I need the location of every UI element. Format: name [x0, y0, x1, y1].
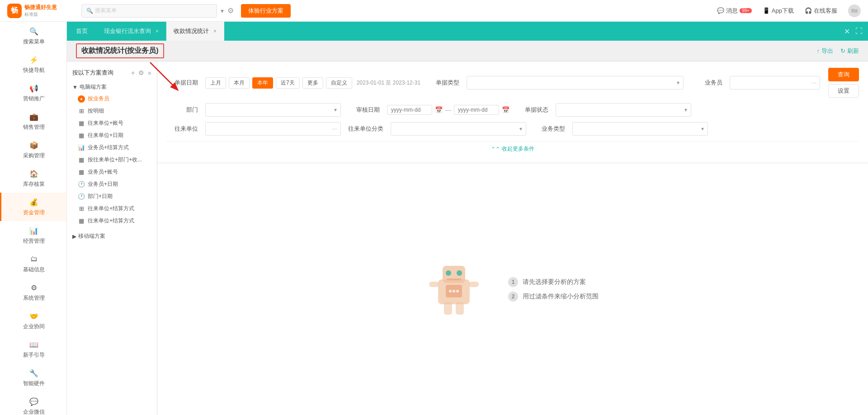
system-icon: ⚙: [29, 283, 39, 292]
settings-button[interactable]: 设置: [828, 84, 859, 98]
date-btn-last-month[interactable]: 上月: [205, 77, 226, 89]
trial-button[interactable]: 体验行业方案: [241, 4, 291, 18]
settings-icon[interactable]: ⚙: [227, 6, 234, 15]
source-unit-select[interactable]: ···: [205, 122, 341, 136]
svg-rect-4: [447, 278, 461, 280]
dropdown-arrow-icon[interactable]: ▾: [221, 7, 224, 14]
mobile-section-title[interactable]: ▶ 移动端方案: [67, 231, 157, 242]
headset-icon: 🎧: [805, 7, 812, 14]
page-title: 收款情况统计(按业务员): [76, 43, 164, 58]
collapse-bar[interactable]: ⌃⌃ 收起更多条件: [166, 141, 859, 156]
header-right: 💬 消息 99+ 📱 App下载 🎧 在线客服 Rit: [717, 5, 861, 17]
maximize-icon[interactable]: ⛶: [855, 27, 863, 35]
collapse-chevron-icon: ⌃⌃: [491, 146, 500, 152]
review-date-to-input[interactable]: [454, 105, 499, 115]
user-avatar[interactable]: Rit: [848, 5, 861, 17]
empty-steps: 1 请先选择要分析的方案 2 用过滤条件来缩小分析范围: [508, 277, 599, 302]
refresh-button[interactable]: ↻ 刷新: [840, 47, 859, 55]
date-range-display: 2023-01-01 至 2023-12-31: [357, 79, 420, 87]
basic-icon: 🗂: [29, 254, 39, 264]
sidebar-item-search[interactable]: 🔍 搜索菜单: [0, 22, 66, 50]
tab-home[interactable]: 首页: [67, 22, 97, 41]
biz-type-select[interactable]: ▾: [572, 122, 708, 136]
svg-rect-7: [444, 302, 452, 315]
salesman-select[interactable]: ···: [730, 76, 820, 90]
sidebar-item-sales[interactable]: 💼 销售管理: [0, 107, 66, 136]
sidebar-item-basic[interactable]: 🗂 基础信息: [0, 250, 66, 278]
sidebar-item-operations[interactable]: 📊 经营管理: [0, 221, 66, 250]
sidebar-item-purchase[interactable]: 📦 采购管理: [0, 136, 66, 164]
svg-point-11: [453, 290, 455, 292]
robot-illustration: [427, 257, 481, 321]
date-group: 上月 本月 本年 近7天 更多 自定义 2023-01-01 至 2023-12…: [205, 77, 420, 89]
app-download-item[interactable]: 📱 App下载: [763, 7, 794, 15]
scheme-item-detail[interactable]: ⊞ 按明细: [67, 105, 157, 117]
unit-dept-icon: ▦: [78, 156, 85, 164]
refresh-icon: ↻: [840, 47, 845, 54]
date-btn-custom[interactable]: 自定义: [326, 77, 352, 89]
salesman-more-icon[interactable]: ···: [811, 80, 816, 86]
sidebar-item-finance[interactable]: 💰 资金管理: [0, 193, 66, 221]
query-button[interactable]: 查询: [828, 68, 859, 81]
scheme-section-mobile: ▶ 移动端方案: [67, 229, 157, 244]
scheme-item-salesman[interactable]: ● 按业务员: [67, 93, 157, 105]
export-icon: ↑: [817, 47, 820, 54]
scheme-item-unit-date[interactable]: ▦ 往来单位+日期: [67, 129, 157, 141]
review-date-from-input[interactable]: [387, 105, 432, 115]
source-category-label: 往来单位分类: [348, 125, 383, 133]
calendar-from-icon[interactable]: 📅: [435, 106, 443, 113]
scheme-settings-icon[interactable]: ⚙: [138, 69, 144, 76]
scheme-item-salesman-date[interactable]: 🕐 业务员+日期: [67, 178, 157, 190]
scheme-item-salesman-account[interactable]: ▦ 业务员+账号: [67, 166, 157, 178]
desktop-section-title[interactable]: ▼ 电脑端方案: [67, 81, 157, 93]
review-date-label: 审核日期: [348, 106, 380, 114]
date-btn-7days[interactable]: 近7天: [276, 77, 300, 89]
message-icon: 💬: [717, 7, 724, 14]
tab-close-2[interactable]: ×: [213, 28, 217, 34]
tab-collection[interactable]: 收款情况统计 ×: [166, 22, 224, 41]
doc-status-select[interactable]: ▾: [556, 103, 691, 117]
date-separator: —: [445, 107, 451, 113]
tab-bank-flow[interactable]: 现金银行流水查询 ×: [97, 22, 166, 41]
source-more-icon[interactable]: ···: [332, 126, 337, 132]
source-category-select[interactable]: ▾: [391, 122, 526, 136]
svg-point-12: [456, 290, 459, 292]
sidebar-item-nav[interactable]: ⚡ 快捷导航: [0, 50, 66, 79]
message-item[interactable]: 💬 消息 99+: [717, 7, 752, 15]
tab-bar: 首页 现金银行流水查询 × 收款情况统计 × ✕ ⛶: [67, 22, 868, 41]
top-header: 畅 畅捷通好生意 标准版 🔍 搜索菜单 ▾ ⚙ 体验行业方案 💬 消息 99+ …: [0, 0, 868, 22]
mobile-expand-icon: ▶: [72, 233, 76, 240]
tab-close-1[interactable]: ×: [156, 28, 159, 34]
sidebar-item-wechat[interactable]: 💬 企业微信: [0, 392, 66, 415]
sidebar-item-inventory[interactable]: 🏠 库存核算: [0, 164, 66, 193]
dept-select[interactable]: ▾: [205, 103, 341, 117]
date-btn-more[interactable]: 更多: [302, 77, 323, 89]
add-scheme-button[interactable]: +: [131, 69, 135, 76]
scheme-item-unit-settle1[interactable]: ⊞ 往来单位+结算方式: [67, 203, 157, 215]
online-service-item[interactable]: 🎧 在线客服: [805, 7, 837, 15]
date-btn-this-year[interactable]: 本年: [252, 77, 273, 89]
scheme-item-unit-account[interactable]: ▦ 往来单位+账号: [67, 117, 157, 129]
export-button[interactable]: ↑ 导出: [817, 47, 834, 55]
scheme-item-unit-dept[interactable]: ▦ 按往来单位+部门+收...: [67, 154, 157, 166]
sidebar-item-guide[interactable]: 📖 新手引导: [0, 335, 66, 363]
sidebar-item-hardware[interactable]: 🔧 智能硬件: [0, 363, 66, 392]
calendar-to-icon[interactable]: 📅: [502, 106, 509, 113]
date-btn-this-month[interactable]: 本月: [229, 77, 250, 89]
scheme-item-unit-settle2[interactable]: ▦ 往来单位+结算方式: [67, 215, 157, 227]
sidebar-item-marketing[interactable]: 📢 营销推广: [0, 79, 66, 107]
doc-type-select[interactable]: ▾: [467, 76, 684, 90]
scheme-collapse-icon[interactable]: «: [148, 69, 151, 76]
scheme-item-salesman-settle[interactable]: 📊 业务员+结算方式: [67, 141, 157, 154]
phone-icon: 📱: [763, 7, 770, 14]
page-header-actions: ↑ 导出 ↻ 刷新: [817, 47, 859, 55]
sidebar-item-corp[interactable]: 🤝 企业协同: [0, 307, 66, 335]
doc-type-label: 单据类型: [428, 79, 459, 87]
scheme-item-dept-date[interactable]: 🕐 部门+日期: [67, 190, 157, 203]
biz-type-label: 业务类型: [533, 125, 565, 133]
biz-type-chevron-icon: ▾: [701, 126, 704, 132]
scheme-panel: 按以下方案查询 + ⚙ « ▼ 电脑端方案 ● 按业务员: [67, 61, 157, 415]
sidebar-item-system[interactable]: ⚙ 系统管理: [0, 278, 66, 307]
search-box: 🔍 搜索菜单: [81, 4, 217, 18]
close-window-icon[interactable]: ✕: [844, 27, 850, 36]
